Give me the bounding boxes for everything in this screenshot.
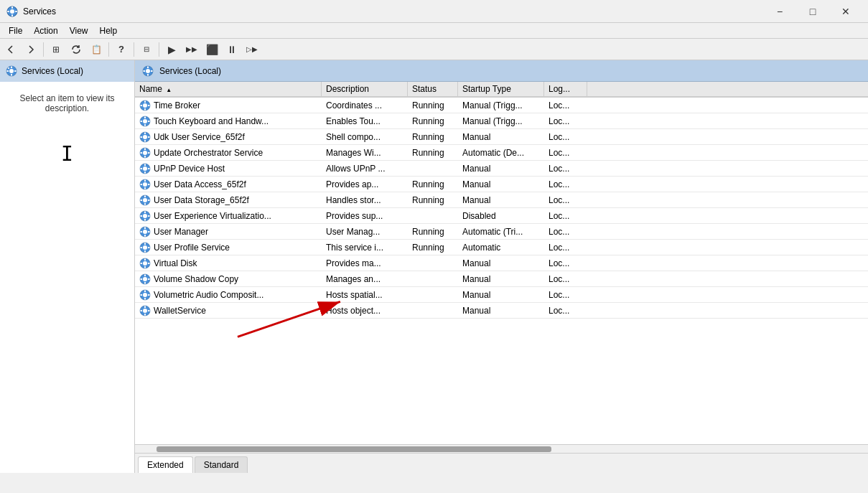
start-button[interactable]: ▶ (162, 41, 181, 58)
toolbar-separator-3 (134, 42, 134, 57)
service-log-cell: Loc... (544, 287, 587, 302)
svg-rect-87 (144, 274, 146, 276)
svg-rect-95 (141, 294, 143, 296)
table-row[interactable]: Volumetric Audio Composit...Hosts spatia… (135, 287, 868, 303)
svg-rect-96 (148, 294, 150, 296)
svg-rect-24 (148, 105, 150, 106)
svg-rect-39 (144, 148, 146, 150)
svg-rect-16 (147, 74, 149, 76)
svg-rect-35 (141, 136, 143, 138)
svg-rect-90 (148, 278, 150, 280)
service-log-cell: Loc... (544, 161, 587, 176)
table-row[interactable]: Volume Shadow CopyManages an...ManualLoc… (135, 271, 868, 287)
service-gear-icon (139, 305, 151, 316)
restart-button[interactable]: ▷▶ (243, 41, 261, 58)
service-name-cell: UPnP Device Host (135, 161, 322, 176)
table-row[interactable]: Virtual DiskProvides ma...ManualLoc... (135, 255, 868, 271)
service-startup-type-cell: Manual (458, 161, 544, 176)
service-startup-type-cell: Disabled (458, 208, 544, 223)
menu-file[interactable]: File (3, 24, 28, 37)
table-row[interactable]: Touch Keyboard and Handw...Enables Tou..… (135, 113, 868, 129)
show-hide-button[interactable]: ⊞ (47, 41, 65, 58)
service-status-cell: Running (408, 113, 458, 128)
service-gear-icon (139, 116, 151, 127)
export-button[interactable]: 📋 (87, 41, 106, 58)
service-description-cell: Provides ap... (322, 177, 408, 192)
service-log-cell: Loc... (544, 98, 587, 113)
tab-standard[interactable]: Standard (195, 456, 248, 473)
svg-point-56 (143, 198, 147, 202)
table-row[interactable]: WalletServiceHosts object...ManualLoc... (135, 303, 868, 319)
service-name: User Manager (154, 227, 208, 237)
content-area: Services (Local) Name ▲ Description Stat… (135, 60, 868, 473)
column-header-description[interactable]: Description (322, 82, 408, 96)
menu-action[interactable]: Action (28, 24, 63, 37)
horizontal-scrollbar[interactable] (135, 444, 868, 453)
menu-help[interactable]: Help (94, 24, 123, 37)
service-name-cell: Update Orchestrator Service (135, 145, 322, 160)
services-list[interactable]: Time BrokerCoordinates ...RunningManual … (135, 98, 868, 444)
bottom-tabs: Extended Standard (135, 453, 868, 473)
table-row[interactable]: User Data Access_65f2fProvides ap...Runn… (135, 177, 868, 192)
service-startup-type-cell: Automatic (458, 240, 544, 255)
service-description-cell: Hosts object... (322, 303, 408, 318)
table-row[interactable]: UPnP Device HostAllows UPnP ...ManualLoc… (135, 161, 868, 177)
service-status-cell (408, 303, 458, 318)
service-description-cell: Enables Tou... (322, 113, 408, 128)
column-header-startup-type[interactable]: Startup Type (458, 82, 544, 96)
svg-rect-18 (151, 70, 153, 72)
svg-rect-48 (148, 168, 150, 169)
sidebar-item-services-local[interactable]: Services (Local) (22, 66, 83, 76)
refresh-button[interactable] (67, 41, 85, 58)
service-name-cell: User Experience Virtualizatio... (135, 208, 322, 223)
content-header-gear-icon (142, 65, 154, 77)
menu-bar: File Action View Help (0, 23, 868, 39)
stop-button[interactable]: ⬛ (202, 41, 221, 58)
properties-button[interactable]: ⊟ (137, 41, 156, 58)
svg-point-98 (143, 309, 147, 313)
svg-rect-77 (141, 247, 143, 248)
table-row[interactable]: User Data Storage_65f2fHandles stor...Ru… (135, 192, 868, 208)
column-header-name[interactable]: Name ▲ (135, 82, 322, 96)
svg-rect-34 (144, 140, 146, 142)
table-row[interactable]: Udk User Service_65f2fShell compo...Runn… (135, 129, 868, 145)
pause-button[interactable]: ⏸ (223, 41, 241, 58)
resume-button[interactable]: ▶▶ (182, 41, 201, 58)
close-button[interactable]: ✕ (829, 0, 862, 23)
table-row[interactable]: Time BrokerCoordinates ...RunningManual … (135, 98, 868, 113)
back-button[interactable] (1, 41, 20, 58)
table-row[interactable]: Update Orchestrator ServiceManages Wi...… (135, 145, 868, 161)
svg-rect-2 (11, 6, 13, 9)
help-button[interactable]: ? (112, 41, 131, 58)
svg-rect-28 (144, 124, 146, 126)
service-log-cell: Loc... (544, 177, 587, 192)
svg-rect-59 (141, 199, 143, 201)
svg-rect-89 (141, 278, 143, 280)
horizontal-scrollbar-thumb[interactable] (157, 446, 551, 452)
service-log-cell: Loc... (544, 192, 587, 207)
service-name: Time Broker (154, 100, 200, 111)
table-row[interactable]: User ManagerUser Manag...RunningAutomati… (135, 224, 868, 240)
svg-rect-58 (144, 203, 146, 205)
tab-extended[interactable]: Extended (138, 456, 193, 473)
svg-rect-27 (144, 116, 146, 118)
column-header-status[interactable]: Status (408, 82, 458, 96)
service-name: User Data Storage_65f2f (154, 195, 249, 205)
table-row[interactable]: User Profile ServiceThis service i...Run… (135, 240, 868, 255)
service-name: User Experience Virtualizatio... (154, 211, 271, 221)
service-status-cell: Running (408, 98, 458, 113)
service-description-cell: Allows UPnP ... (322, 161, 408, 176)
maximize-button[interactable]: □ (796, 0, 829, 23)
service-name-cell: Volumetric Audio Composit... (135, 287, 322, 302)
service-description-cell: Shell compo... (322, 129, 408, 144)
menu-view[interactable]: View (64, 24, 94, 37)
svg-point-14 (146, 69, 150, 73)
svg-rect-88 (144, 282, 146, 284)
column-header-log[interactable]: Log... (544, 82, 587, 96)
service-name-cell: Volume Shadow Copy (135, 271, 322, 286)
minimize-button[interactable]: − (763, 0, 796, 23)
app-icon (6, 5, 19, 18)
table-row[interactable]: User Experience Virtualizatio...Provides… (135, 208, 868, 224)
forward-button[interactable] (22, 41, 40, 58)
svg-rect-4 (7, 11, 9, 12)
